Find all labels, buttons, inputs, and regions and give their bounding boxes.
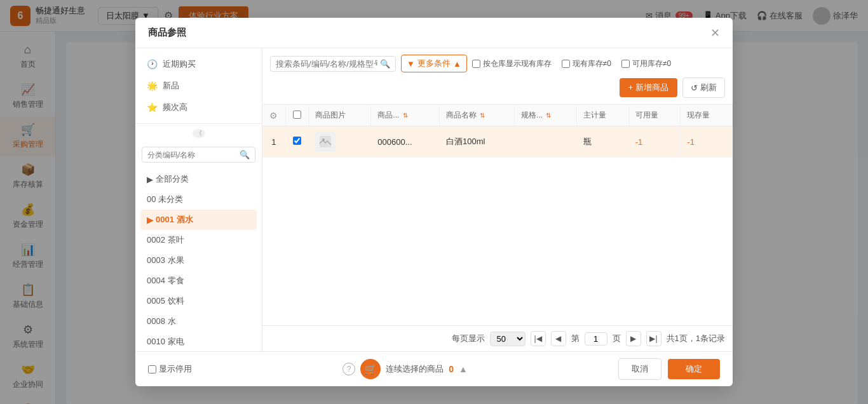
arrow-icon: ▶ bbox=[147, 215, 153, 225]
tab-new-product[interactable]: 🌟 新品 bbox=[140, 75, 257, 97]
arrow-icon: ▶ bbox=[147, 175, 153, 184]
cell-unit: 瓶 bbox=[577, 126, 629, 158]
search-icon[interactable]: 🔍 bbox=[240, 150, 250, 159]
column-settings-icon[interactable]: ⚙ bbox=[269, 111, 278, 121]
modal-left-panel: 🕐 近期购买 🌟 新品 ⭐ 频次高 《 🔍 bbox=[135, 48, 262, 351]
check-available[interactable]: 现有库存≠0 bbox=[562, 58, 611, 69]
cell-available: -1 bbox=[628, 126, 681, 158]
filter-checkboxes: 按仓库显示现有库存 现有库存≠0 可用库存≠0 bbox=[472, 58, 672, 69]
help-icon[interactable]: ? bbox=[342, 363, 355, 375]
cart-icon[interactable]: 🛒 bbox=[360, 359, 381, 379]
modal-body: 🕐 近期购买 🌟 新品 ⭐ 频次高 《 🔍 bbox=[135, 48, 733, 351]
col-gear: ⚙ bbox=[262, 105, 285, 126]
col-checkbox bbox=[285, 105, 308, 126]
page-number-input[interactable] bbox=[585, 332, 607, 346]
modal-footer: 显示停用 ? 🛒 连续选择的商品 0 ▲ 取消 确定 bbox=[135, 351, 733, 386]
product-reference-modal: 商品参照 ✕ 🕐 近期购买 🌟 新品 ⭐ 频次高 bbox=[135, 18, 733, 386]
category-item-4[interactable]: 0004 零食 bbox=[140, 271, 257, 291]
star-icon: ⭐ bbox=[147, 102, 158, 112]
check-usable[interactable]: 可用库存≠0 bbox=[621, 58, 671, 69]
product-table-wrap: ⚙ 商品图片 商品... ⇅ bbox=[262, 105, 733, 325]
table-header-row: ⚙ 商品图片 商品... ⇅ bbox=[262, 105, 733, 126]
check-warehouse[interactable]: 按仓库显示现有库存 bbox=[472, 58, 552, 69]
sort-icon: ⇅ bbox=[546, 112, 551, 119]
show-disabled-checkbox[interactable] bbox=[148, 365, 156, 374]
modal-toolbar: 🔍 ▼ 更多条件 ▲ 按仓库显示现有库存 现 bbox=[262, 48, 733, 105]
sort-icon: ⇅ bbox=[403, 112, 408, 119]
col-available: 可用量 bbox=[628, 105, 681, 126]
quick-tabs: 🕐 近期购买 🌟 新品 ⭐ 频次高 bbox=[135, 53, 262, 124]
checkbox-usable[interactable] bbox=[621, 60, 630, 68]
category-item-1[interactable]: ▶ 0001 酒水 bbox=[140, 210, 257, 230]
category-item-6[interactable]: 0008 水 bbox=[140, 311, 257, 332]
new-icon: 🌟 bbox=[147, 81, 158, 91]
category-item-3[interactable]: 0003 水果 bbox=[140, 250, 257, 271]
footer-left: 显示停用 bbox=[148, 363, 192, 375]
refresh-icon: ↺ bbox=[691, 83, 698, 93]
sort-icon: ⇅ bbox=[480, 112, 485, 119]
category-item-2[interactable]: 0002 茶叶 bbox=[140, 230, 257, 250]
tab-recent-purchase[interactable]: 🕐 近期购买 bbox=[140, 53, 257, 75]
col-unit[interactable]: 主计量 bbox=[577, 105, 629, 126]
product-search-input[interactable] bbox=[276, 59, 377, 69]
product-search-box[interactable]: 🔍 bbox=[270, 56, 396, 72]
cell-stock: -1 bbox=[681, 126, 733, 158]
image-placeholder-icon bbox=[319, 135, 332, 148]
cell-image bbox=[308, 126, 371, 158]
last-page-button[interactable]: ▶| bbox=[646, 331, 661, 346]
prev-page-button[interactable]: ◀ bbox=[551, 331, 566, 346]
add-product-button[interactable]: + 新增商品 bbox=[620, 78, 677, 97]
search-icon[interactable]: 🔍 bbox=[380, 59, 390, 69]
collapse-button[interactable]: 《 bbox=[193, 129, 205, 138]
col-code[interactable]: 商品... ⇅ bbox=[371, 105, 440, 126]
tab-high-frequency[interactable]: ⭐ 频次高 bbox=[140, 97, 257, 118]
product-image bbox=[315, 131, 336, 152]
filter-icon: ▼ bbox=[407, 59, 415, 69]
category-item-all[interactable]: ▶ 全部分类 bbox=[140, 169, 257, 189]
refresh-button[interactable]: ↺ 刷新 bbox=[682, 77, 725, 98]
row-checkbox[interactable] bbox=[293, 137, 301, 145]
footer-right: 取消 确定 bbox=[618, 358, 720, 380]
cell-name: 白酒100ml bbox=[440, 126, 515, 158]
col-name[interactable]: 商品名称 ⇅ bbox=[440, 105, 515, 126]
cell-checkbox[interactable] bbox=[285, 126, 308, 158]
cancel-button[interactable]: 取消 bbox=[618, 358, 661, 380]
modal-close-button[interactable]: ✕ bbox=[710, 27, 720, 39]
col-stock: 现存量 bbox=[681, 105, 733, 126]
more-filter-button[interactable]: ▼ 更多条件 ▲ bbox=[401, 55, 467, 72]
confirm-button[interactable]: 确定 bbox=[668, 359, 720, 379]
select-all-checkbox[interactable] bbox=[293, 111, 301, 119]
category-item-0[interactable]: 00 未分类 bbox=[140, 189, 257, 210]
category-search-input[interactable] bbox=[147, 151, 237, 159]
category-item-5[interactable]: 0005 饮料 bbox=[140, 291, 257, 311]
per-page-select[interactable]: 50 20 100 bbox=[490, 332, 526, 346]
footer-center: ? 🛒 连续选择的商品 0 ▲ bbox=[342, 359, 468, 379]
next-page-button[interactable]: ▶ bbox=[626, 331, 641, 346]
category-list: ▶ 全部分类 00 未分类 ▶ 0001 酒水 0002 茶叶 0003 水果 bbox=[135, 166, 262, 351]
page-info: 共1页，1条记录 bbox=[667, 333, 725, 344]
checkbox-available[interactable] bbox=[562, 60, 570, 68]
col-spec[interactable]: 规格... ⇅ bbox=[515, 105, 577, 126]
show-disabled-checkbox-label[interactable]: 显示停用 bbox=[148, 363, 192, 375]
modal-title: 商品参照 bbox=[148, 27, 186, 39]
modal-header: 商品参照 ✕ bbox=[135, 18, 733, 48]
collapse-cart-icon[interactable]: ▲ bbox=[459, 364, 468, 374]
first-page-button[interactable]: |◀ bbox=[531, 331, 546, 346]
table-row[interactable]: 1 bbox=[262, 126, 733, 158]
modal-overlay[interactable]: 商品参照 ✕ 🕐 近期购买 🌟 新品 ⭐ 频次高 bbox=[0, 0, 868, 404]
pagination: 每页显示 50 20 100 |◀ ◀ 第 页 ▶ ▶| 共1页，1条记录 bbox=[262, 325, 733, 351]
chevron-up-icon: ▲ bbox=[453, 59, 461, 69]
modal-right-panel: 🔍 ▼ 更多条件 ▲ 按仓库显示现有库存 现 bbox=[262, 48, 733, 351]
col-image: 商品图片 bbox=[308, 105, 371, 126]
checkbox-warehouse[interactable] bbox=[472, 60, 480, 68]
clock-icon: 🕐 bbox=[147, 59, 158, 69]
cell-code: 000600... bbox=[371, 126, 440, 158]
cell-spec bbox=[515, 126, 577, 158]
category-item-7[interactable]: 0010 家电 bbox=[140, 332, 257, 351]
category-search-box[interactable]: 🔍 bbox=[142, 147, 255, 163]
product-table: ⚙ 商品图片 商品... ⇅ bbox=[262, 105, 733, 158]
cell-no: 1 bbox=[262, 126, 285, 158]
